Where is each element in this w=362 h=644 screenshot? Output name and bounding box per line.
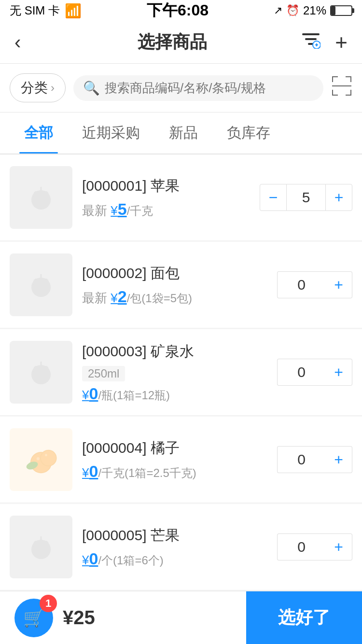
product-price: ¥0/千克(1箱=2.5千克) <box>82 462 267 481</box>
category-label: 分类 <box>21 79 48 97</box>
qty-control-0000005: + <box>277 533 352 560</box>
search-box: 🔍 <box>73 75 323 101</box>
product-info-0000001: [0000001] 苹果 最新 ¥5/千克 <box>82 176 250 219</box>
product-info-0000002: [0000002] 面包 最新 ¥2/包(1袋=5包) <box>82 264 267 307</box>
svg-point-17 <box>43 191 49 199</box>
product-name: [0000005] 芒果 <box>82 526 267 546</box>
battery-percent: 21% <box>303 4 326 17</box>
svg-rect-13 <box>350 90 351 96</box>
product-info-0000003: [0000003] 矿泉水 250ml ¥0/瓶(1箱=12瓶) <box>82 342 267 403</box>
qty-input[interactable] <box>277 533 325 560</box>
category-button[interactable]: 分类 › <box>10 73 66 102</box>
product-image-0000005 <box>10 516 72 578</box>
search-input[interactable] <box>105 81 314 96</box>
cart-badge: 1 <box>40 595 57 612</box>
product-image-0000004 <box>10 428 72 491</box>
carrier-text: 无 SIM 卡 <box>10 3 60 18</box>
filter-row: 分类 › 🔍 <box>0 64 362 112</box>
qty-control-0000001: − + <box>260 184 352 211</box>
product-item: [0000005] 芒果 ¥0/个(1箱=6个) + <box>0 504 362 590</box>
product-image-0000002 <box>10 253 72 316</box>
product-info-0000005: [0000005] 芒果 ¥0/个(1箱=6个) <box>82 526 267 568</box>
tab-new[interactable]: 新品 <box>154 112 212 154</box>
svg-point-36 <box>43 541 49 548</box>
status-right: ↗ ⏰ 21% <box>274 4 352 17</box>
svg-point-35 <box>33 541 39 548</box>
product-price: 最新 ¥2/包(1袋=5包) <box>82 287 267 307</box>
svg-point-20 <box>33 279 39 286</box>
status-time: 下午6:08 <box>147 0 209 21</box>
tab-row: 全部 近期采购 新品 负库存 <box>0 112 362 154</box>
wifi-icon: 📶 <box>65 3 82 19</box>
product-item: [0000004] 橘子 ¥0/千克(1箱=2.5千克) + <box>0 417 362 503</box>
cart-total: ¥25 <box>63 607 95 629</box>
page-title: 选择商品 <box>138 30 207 54</box>
location-icon: ↗ <box>274 4 282 17</box>
product-price: 最新 ¥5/千克 <box>82 200 250 219</box>
chevron-right-icon: › <box>51 81 55 95</box>
svg-point-30 <box>41 451 56 466</box>
product-item: [0000003] 矿泉水 250ml ¥0/瓶(1箱=12瓶) + <box>0 329 362 416</box>
tab-recent[interactable]: 近期采购 <box>68 112 154 154</box>
qty-plus-button[interactable]: + <box>325 533 352 560</box>
svg-rect-0 <box>302 33 320 35</box>
product-item: [0000002] 面包 最新 ¥2/包(1袋=5包) + <box>0 242 362 328</box>
product-spec: 250ml <box>82 366 125 381</box>
qty-input[interactable] <box>277 446 325 473</box>
product-item: [0000001] 苹果 最新 ¥5/千克 − + <box>0 154 362 241</box>
battery-fill <box>331 6 335 15</box>
product-list: [0000001] 苹果 最新 ¥5/千克 − + [0000002] 面包 <box>0 154 362 644</box>
product-image-0000001 <box>10 166 72 229</box>
product-name: [0000001] 苹果 <box>82 176 250 196</box>
svg-point-24 <box>33 366 39 374</box>
svg-rect-9 <box>350 76 351 82</box>
svg-point-16 <box>33 191 39 199</box>
product-name: [0000002] 面包 <box>82 264 267 283</box>
status-bar: 无 SIM 卡 📶 下午6:08 ↗ ⏰ 21% <box>0 0 362 21</box>
svg-rect-1 <box>305 38 317 40</box>
svg-point-21 <box>43 279 49 286</box>
nav-bar: ‹ 选择商品 + <box>0 21 362 64</box>
product-image-0000003 <box>10 341 72 404</box>
cart-icon: 🛒 <box>23 608 45 628</box>
tab-negative[interactable]: 负库存 <box>212 112 285 154</box>
search-icon: 🔍 <box>83 80 100 96</box>
back-button[interactable]: ‹ <box>14 31 43 53</box>
battery-icon <box>330 5 352 16</box>
nav-actions: + <box>301 30 348 55</box>
svg-point-32 <box>37 457 40 460</box>
qty-plus-button[interactable]: + <box>325 184 352 211</box>
svg-rect-11 <box>332 90 333 96</box>
alarm-icon: ⏰ <box>286 4 299 17</box>
qty-plus-button[interactable]: + <box>325 446 352 473</box>
svg-rect-7 <box>332 76 333 82</box>
product-info-0000004: [0000004] 橘子 ¥0/千克(1箱=2.5千克) <box>82 438 267 481</box>
filter-icon[interactable] <box>301 31 320 53</box>
qty-minus-button[interactable]: − <box>260 184 287 211</box>
qty-control-0000004: + <box>277 446 352 473</box>
product-price: ¥0/瓶(1箱=12瓶) <box>82 384 267 403</box>
scan-icon[interactable] <box>331 75 352 101</box>
bottom-bar: 🛒 1 ¥25 选好了 <box>0 591 362 644</box>
qty-input[interactable] <box>287 184 325 211</box>
qty-plus-button[interactable]: + <box>325 271 352 298</box>
status-left: 无 SIM 卡 📶 <box>10 3 82 19</box>
cart-icon-button[interactable]: 🛒 1 <box>14 599 53 637</box>
product-name: [0000003] 矿泉水 <box>82 342 267 362</box>
svg-point-33 <box>45 454 47 456</box>
qty-input[interactable] <box>277 271 325 298</box>
qty-input[interactable] <box>277 359 325 386</box>
qty-control-0000002: + <box>277 271 352 298</box>
qty-control-0000003: + <box>277 359 352 386</box>
confirm-button[interactable]: 选好了 <box>246 591 362 644</box>
product-name: [0000004] 橘子 <box>82 438 267 458</box>
product-price: ¥0/个(1箱=6个) <box>82 549 267 568</box>
qty-plus-button[interactable]: + <box>325 359 352 386</box>
add-icon[interactable]: + <box>335 30 348 55</box>
svg-point-25 <box>43 366 49 374</box>
cart-section: 🛒 1 ¥25 <box>0 599 246 637</box>
tab-all[interactable]: 全部 <box>10 112 68 154</box>
